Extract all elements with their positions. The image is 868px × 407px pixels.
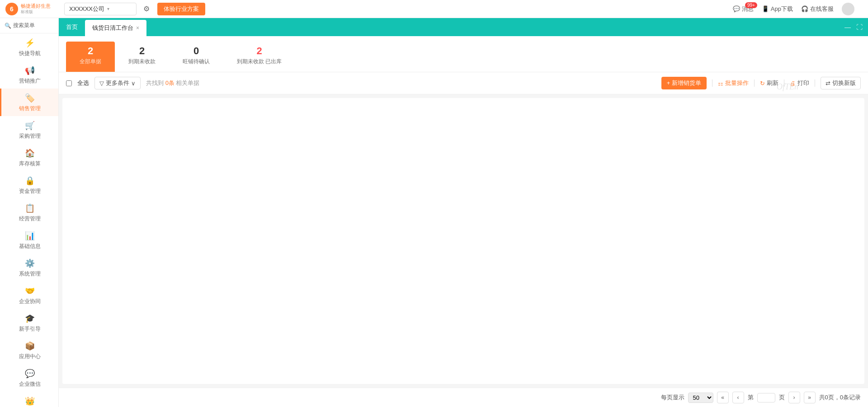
last-page-btn[interactable]: » xyxy=(804,392,816,403)
sidebar-item-quick-nav[interactable]: ⚡ 快捷导航 xyxy=(0,33,58,61)
stats-tabs: 2 全部单据 2 到期未收款 0 旺铺待确认 2 到期未收款 已出库 xyxy=(66,42,861,72)
page-input[interactable]: 1 xyxy=(757,393,775,402)
message-btn[interactable]: 💬 消息 99+ xyxy=(733,5,754,13)
app-download-btn[interactable]: 📱 App下载 xyxy=(762,5,793,13)
page-label-2: 页 xyxy=(779,393,785,402)
refresh-button[interactable]: ↻ 刷新 xyxy=(760,79,778,87)
print-button[interactable]: 🖨 打印 xyxy=(790,79,809,87)
batch-label: 批量操作 xyxy=(725,79,749,87)
sidebar-item-basic-info[interactable]: 📊 基础信息 xyxy=(0,226,58,254)
tab-active[interactable]: 钱货日清工作台 × xyxy=(85,20,146,36)
content-area: 首页 钱货日清工作台 × — ⛶ 2 全部单据 2 xyxy=(59,18,868,407)
avatar[interactable] xyxy=(842,3,854,15)
tab-close-icon[interactable]: × xyxy=(136,25,139,31)
sidebar-item-operations[interactable]: 📋 经营管理 xyxy=(0,199,58,226)
clipboard-icon: 📋 xyxy=(25,203,35,213)
box-icon: 📦 xyxy=(25,341,35,351)
stat-label-overdue-shipped: 到期未收款 已出库 xyxy=(237,58,282,65)
stat-label-pending: 旺铺待确认 xyxy=(183,58,210,65)
switch-icon: ⇄ xyxy=(826,80,830,87)
company-selector[interactable]: XXXXXX公司 ▾ xyxy=(64,3,137,15)
app-download-icon: 📱 xyxy=(762,5,769,12)
sidebar-item-label: 销售管理 xyxy=(19,105,41,112)
stat-num-all: 2 xyxy=(88,45,93,57)
sidebar-item-label: 企业协同 xyxy=(19,298,41,305)
page-content: 2 全部单据 2 到期未收款 0 旺铺待确认 2 到期未收款 已出库 xyxy=(59,36,868,407)
sidebar-item-member[interactable]: 👑 畅会员 xyxy=(0,392,58,407)
minimize-icon[interactable]: — xyxy=(843,22,853,33)
filter-label: 更多条件 xyxy=(106,79,129,87)
chart-icon: 📊 xyxy=(25,231,35,241)
search-icon: 🔍 xyxy=(5,23,11,29)
stat-label-overdue: 到期未收款 xyxy=(128,58,156,65)
cart-icon: 🛒 xyxy=(25,121,35,131)
sidebar-item-label: 应用中心 xyxy=(19,353,41,360)
next-page-btn[interactable]: › xyxy=(788,392,800,403)
sidebar-item-label: 经营管理 xyxy=(19,215,41,223)
headset-icon: 🎧 xyxy=(801,5,808,12)
stat-num-overdue-shipped: 2 xyxy=(257,45,262,57)
megaphone-icon: 📢 xyxy=(25,65,35,75)
add-sale-button[interactable]: + 新增销货单 xyxy=(661,77,707,89)
empty-placeholder xyxy=(62,98,864,384)
sidebar-item-label: 营销推广 xyxy=(19,77,41,85)
logo-sub: 标准版 xyxy=(21,9,51,15)
stat-tab-pending[interactable]: 0 旺铺待确认 xyxy=(169,42,223,72)
switch-label: 切换新版 xyxy=(832,79,856,87)
print-label: 打印 xyxy=(797,79,809,87)
handshake-icon: 🤝 xyxy=(25,286,35,296)
sidebar-item-app-center[interactable]: 📦 应用中心 xyxy=(0,337,58,364)
tab-bar: 首页 钱货日清工作台 × — ⛶ xyxy=(59,18,868,36)
tab-home[interactable]: 首页 xyxy=(59,18,85,36)
refresh-icon: ↻ xyxy=(760,80,765,87)
app-download-label: App下载 xyxy=(771,5,793,13)
tab-bar-actions: — ⛶ xyxy=(843,22,868,33)
per-page-select[interactable]: 50 10 20 100 xyxy=(688,393,713,403)
stat-tab-all[interactable]: 2 全部单据 xyxy=(66,42,115,72)
online-service-btn[interactable]: 🎧 在线客服 xyxy=(801,5,834,13)
stat-tab-overdue-shipped[interactable]: 2 到期未收款 已出库 xyxy=(223,42,295,72)
sidebar-item-guide[interactable]: 🎓 新手引导 xyxy=(0,309,58,337)
chevron-icon: ∨ xyxy=(131,80,136,87)
found-text: 共找到 0条 相关单据 xyxy=(146,79,199,87)
sidebar-item-enterprise[interactable]: 🤝 企业协同 xyxy=(0,281,58,309)
settings-icon[interactable]: ⚙ xyxy=(140,3,153,15)
sidebar-item-purchase[interactable]: 🛒 采购管理 xyxy=(0,116,58,144)
batch-operation-button[interactable]: ⚏ 批量操作 xyxy=(718,79,749,87)
sidebar-item-sales[interactable]: 🏷️ 销售管理 xyxy=(0,89,58,116)
toolbar-right: + 新增销货单 ⚏ 批量操作 ↻ 刷新 🖨 打印 xyxy=(661,77,861,89)
sidebar: 🔍 搜索菜单 ⚡ 快捷导航 📢 营销推广 🏷️ 销售管理 🛒 采购管理 🏠 库存… xyxy=(0,18,59,407)
filter-icon: ▽ xyxy=(99,80,104,87)
toolbar: 全选 ▽ 更多条件 ∨ 共找到 0条 相关单据 + 新增销货单 ⚏ 批量操作 xyxy=(59,72,868,94)
sidebar-search[interactable]: 🔍 搜索菜单 xyxy=(0,18,58,33)
select-all-checkbox[interactable] xyxy=(66,80,72,86)
sidebar-item-label: 系统管理 xyxy=(19,270,41,278)
top-bar-right: 💬 消息 99+ 📱 App下载 🎧 在线客服 xyxy=(733,3,863,15)
logo-area: 6 畅捷通好生意 标准版 xyxy=(5,3,64,15)
select-all-label: 全选 xyxy=(77,79,89,87)
sidebar-item-label: 企业微信 xyxy=(19,380,41,388)
table-area xyxy=(62,98,864,384)
sidebar-item-weixin[interactable]: 💬 企业微信 xyxy=(0,364,58,392)
print-icon: 🖨 xyxy=(790,80,796,87)
prev-page-btn[interactable]: ‹ xyxy=(732,392,744,403)
sidebar-item-marketing[interactable]: 📢 营销推广 xyxy=(0,61,58,89)
sidebar-item-system[interactable]: ⚙️ 系统管理 xyxy=(0,254,58,281)
switch-version-button[interactable]: ⇄ 切换新版 xyxy=(821,77,861,89)
lock-icon: 🔒 xyxy=(25,176,35,186)
filter-button[interactable]: ▽ 更多条件 ∨ xyxy=(94,77,141,89)
refresh-label: 刷新 xyxy=(767,79,778,87)
crown-icon: 👑 xyxy=(25,396,35,406)
sidebar-item-finance[interactable]: 🔒 资金管理 xyxy=(0,171,58,199)
sidebar-item-label: 采购管理 xyxy=(19,132,41,140)
trial-button[interactable]: 体验行业方案 xyxy=(157,3,205,15)
per-page-label: 每页显示 xyxy=(661,393,684,402)
first-page-btn[interactable]: « xyxy=(717,392,729,403)
stat-tab-overdue[interactable]: 2 到期未收款 xyxy=(115,42,169,72)
page-label: 第 xyxy=(748,393,754,402)
total-info: 共0页，0条记录 xyxy=(819,393,861,402)
maximize-icon[interactable]: ⛶ xyxy=(854,22,864,33)
sidebar-item-inventory[interactable]: 🏠 库存核算 xyxy=(0,144,58,171)
online-service-label: 在线客服 xyxy=(810,5,834,13)
logo-icon: 6 xyxy=(5,3,18,15)
